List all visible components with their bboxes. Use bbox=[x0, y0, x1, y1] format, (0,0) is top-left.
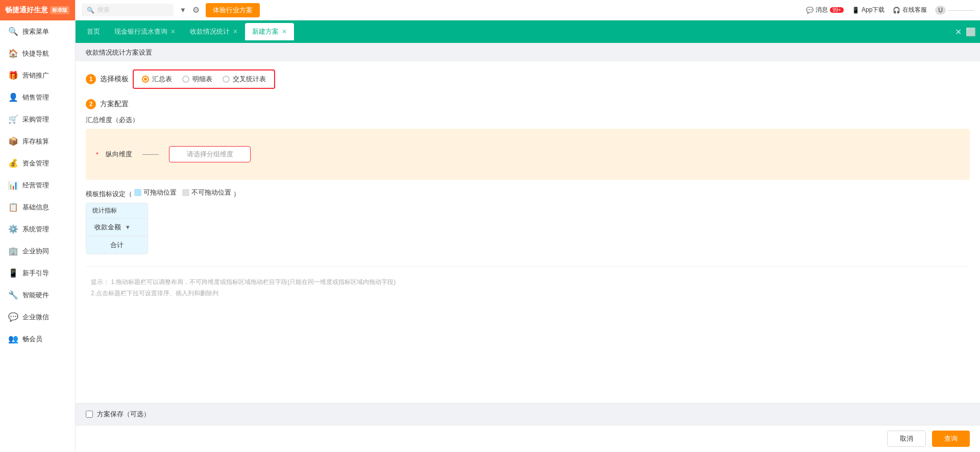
radio-cross[interactable]: 交叉统计表 bbox=[223, 75, 266, 84]
step1-section: 1 选择模板 汇总表 明细表 bbox=[86, 69, 970, 89]
notification-badge: 99+ bbox=[830, 7, 844, 13]
query-button[interactable]: 查询 bbox=[932, 431, 970, 447]
download-icon: 📱 bbox=[852, 7, 860, 14]
sidebar-item-label: 新手引导 bbox=[22, 269, 49, 278]
sidebar-item-purchase[interactable]: 🛒 采购管理 bbox=[0, 108, 75, 130]
chart-icon: 📊 bbox=[8, 180, 18, 190]
search-icon: 🔍 bbox=[8, 27, 18, 36]
download-item[interactable]: 📱 App下载 bbox=[852, 6, 885, 14]
step1-title: 选择模板 bbox=[100, 75, 129, 84]
non-draggable-label: 不可拖动位置 bbox=[191, 188, 231, 197]
save-plan-checkbox[interactable] bbox=[86, 411, 93, 418]
indicator-label-text: 模板指标设定（ bbox=[86, 190, 132, 198]
page-wrapper: 收款情况统计方案设置 1 选择模板 汇总表 bbox=[76, 43, 980, 452]
stat-item-label: 收款金额 bbox=[94, 223, 121, 231]
notification-icon: 💬 bbox=[806, 7, 814, 14]
step1-number: 1 bbox=[86, 74, 96, 84]
form-area: 1 选择模板 汇总表 明细表 bbox=[76, 61, 980, 403]
dimension-area: * 纵向维度 —— 请选择分组维度 bbox=[86, 129, 970, 180]
radio-cross-label: 交叉统计表 bbox=[233, 75, 266, 84]
tab-home[interactable]: 首页 bbox=[80, 23, 107, 40]
tab-new-plan[interactable]: 新建方案 ✕ bbox=[245, 23, 294, 40]
tab-payment-stat[interactable]: 收款情况统计 ✕ bbox=[183, 23, 245, 40]
sidebar-item-hardware[interactable]: 🔧 智能硬件 bbox=[0, 284, 75, 306]
gear-settings-icon[interactable]: ⚙ bbox=[192, 5, 200, 15]
section-divider bbox=[86, 266, 970, 267]
indicator-subsection: 模板指标设定（ 可拖动位置 不可拖动位置 ） bbox=[86, 188, 970, 256]
indicator-cell-payment[interactable]: 收款金额 ▾ bbox=[86, 219, 148, 236]
bottom-bar: 取消 查询 bbox=[76, 425, 980, 452]
tab-expand-btn[interactable]: ⬜ bbox=[966, 27, 976, 37]
dropdown-arrow-icon[interactable]: ▾ bbox=[126, 223, 130, 231]
sidebar-item-inventory[interactable]: 📦 库存核算 bbox=[0, 130, 75, 152]
list-icon: 📋 bbox=[8, 202, 18, 212]
sidebar-item-sales[interactable]: 👤 销售管理 bbox=[0, 86, 75, 108]
step2-title: 方案配置 bbox=[100, 100, 129, 109]
notification-label: 消息 bbox=[816, 6, 828, 14]
tip-2: 2.点击标题栏下拉可设置排序、插入列和删除列 bbox=[86, 288, 970, 299]
phone-icon: 📱 bbox=[8, 268, 18, 278]
sidebar-item-system[interactable]: ⚙️ 系统管理 bbox=[0, 218, 75, 240]
topbar-search[interactable]: 🔍 搜索 bbox=[82, 4, 174, 16]
sidebar-item-label: 基础信息 bbox=[22, 203, 49, 212]
user-item[interactable]: U ────── bbox=[935, 6, 974, 15]
step2-number: 2 bbox=[86, 99, 96, 109]
tab-payment-stat-close[interactable]: ✕ bbox=[233, 28, 238, 35]
indicator-config-label: 模板指标设定（ 可拖动位置 不可拖动位置 ） bbox=[86, 188, 970, 199]
dimension-row: * 纵向维度 —— 请选择分组维度 bbox=[96, 146, 251, 162]
template-selection-box: 汇总表 明细表 交叉统计表 bbox=[133, 69, 275, 89]
sidebar-item-label: 采购管理 bbox=[22, 115, 49, 124]
radio-detail-label: 明细表 bbox=[192, 75, 212, 84]
cancel-button[interactable]: 取消 bbox=[887, 431, 926, 447]
sidebar-item-wechat[interactable]: 💬 企业微信 bbox=[0, 306, 75, 328]
indicator-body: 收款金额 ▾ bbox=[86, 219, 148, 236]
radio-summary[interactable]: 汇总表 bbox=[142, 75, 172, 84]
members-icon: 👥 bbox=[8, 334, 18, 344]
search-placeholder-text: 搜索 bbox=[97, 6, 110, 14]
radio-detail-circle bbox=[182, 76, 189, 83]
support-item[interactable]: 🎧 在线客服 bbox=[893, 6, 927, 14]
tab-new-plan-close[interactable]: ✕ bbox=[282, 28, 287, 35]
indicator-header: 统计指标 bbox=[86, 203, 148, 219]
support-label: 在线客服 bbox=[902, 6, 927, 14]
sidebar-item-search[interactable]: 🔍 搜索菜单 bbox=[0, 20, 75, 42]
sidebar-item-marketing[interactable]: 🎁 营销推广 bbox=[0, 64, 75, 86]
sidebar-logo: 畅捷通好生意 标准版 bbox=[0, 0, 75, 20]
notification-item[interactable]: 💬 消息 99+ bbox=[806, 6, 844, 14]
radio-detail[interactable]: 明细表 bbox=[182, 75, 212, 84]
arrow-icon: —— bbox=[142, 150, 159, 159]
sidebar-item-label: 系统管理 bbox=[22, 225, 49, 234]
breadcrumb: 收款情况统计方案设置 bbox=[76, 43, 980, 61]
logo-version: 标准版 bbox=[50, 6, 69, 14]
topbar: 🔍 搜索 ▼ ⚙ 体验行业方案 💬 消息 99+ 📱 App下载 🎧 在线客服 … bbox=[76, 0, 980, 20]
sidebar-item-operation[interactable]: 📊 经营管理 bbox=[0, 174, 75, 196]
step2-section: 2 方案配置 汇总维度（必选） * 纵向维度 —— 请选择分组维度 bbox=[86, 99, 970, 256]
sidebar-item-enterprise[interactable]: 🏢 企业协同 bbox=[0, 240, 75, 262]
sidebar-item-label: 企业微信 bbox=[22, 313, 49, 322]
dimension-select-button[interactable]: 请选择分组维度 bbox=[169, 146, 251, 162]
stat-footer-label: 合计 bbox=[110, 241, 124, 249]
tab-bank-flow-close[interactable]: ✕ bbox=[170, 28, 176, 35]
save-plan-label: 方案保存（可选） bbox=[97, 410, 150, 419]
sidebar-item-quick-nav[interactable]: 🏠 快捷导航 bbox=[0, 42, 75, 64]
user-avatar: U bbox=[935, 6, 946, 15]
sidebar-item-newuser[interactable]: 📱 新手引导 bbox=[0, 262, 75, 284]
tab-bank-flow[interactable]: 现金银行流水查询 ✕ bbox=[107, 23, 183, 40]
vertical-dimension-label: 纵向维度 bbox=[106, 150, 132, 159]
required-star: * bbox=[96, 151, 99, 158]
sidebar-item-finance[interactable]: 💰 资金管理 bbox=[0, 152, 75, 174]
sidebar-item-label: 经营管理 bbox=[22, 181, 49, 190]
trial-button[interactable]: 体验行业方案 bbox=[206, 3, 260, 17]
stat-header-label: 统计指标 bbox=[92, 206, 117, 215]
sidebar-item-member[interactable]: 👥 畅会员 bbox=[0, 328, 75, 350]
topbar-dropdown-icon[interactable]: ▼ bbox=[180, 6, 186, 14]
dimension-subsection: 汇总维度（必选） * 纵向维度 —— 请选择分组维度 bbox=[86, 115, 970, 180]
tab-close-btn[interactable]: ✕ bbox=[955, 27, 962, 37]
tab-payment-stat-label: 收款情况统计 bbox=[190, 27, 230, 36]
package-icon: 📦 bbox=[8, 136, 18, 146]
footer: 方案保存（可选） bbox=[76, 403, 980, 425]
sidebar-item-basic[interactable]: 📋 基础信息 bbox=[0, 196, 75, 218]
support-icon: 🎧 bbox=[893, 7, 900, 14]
sidebar-item-label: 销售管理 bbox=[22, 93, 49, 102]
draggable-label: 可拖动位置 bbox=[143, 188, 177, 197]
